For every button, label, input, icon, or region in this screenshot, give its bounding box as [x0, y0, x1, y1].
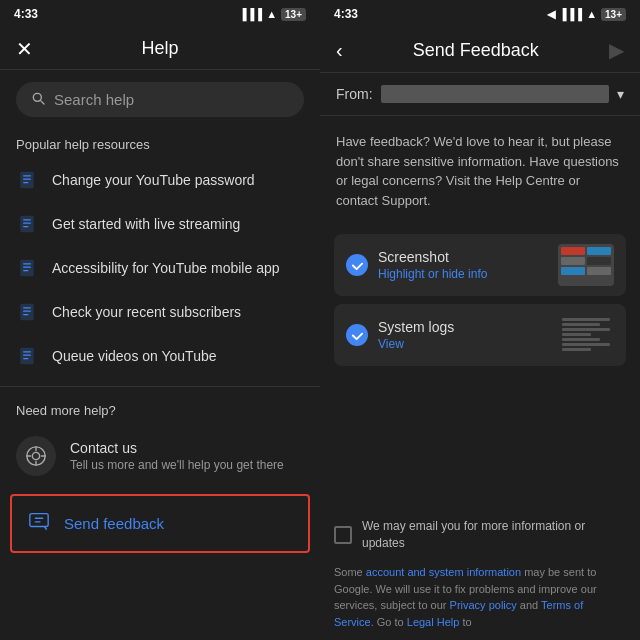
left-time: 4:33: [14, 7, 38, 21]
from-email-value: [381, 85, 609, 103]
help-item-accessibility[interactable]: Accessibility for YouTube mobile app: [0, 246, 320, 290]
feedback-text: Send feedback: [64, 515, 164, 532]
screenshot-thumbnail: [558, 244, 614, 286]
svg-rect-4: [20, 348, 33, 365]
attachments-area: Screenshot Highlight or hide info: [320, 226, 640, 506]
doc-icon-2: [16, 213, 38, 235]
right-cell-icon: ▐▐▐: [559, 8, 582, 20]
svg-rect-1: [20, 216, 33, 233]
syslog-check: [346, 324, 368, 346]
help-item-streaming[interactable]: Get started with live streaming: [0, 202, 320, 246]
right-location-icon: ◀: [547, 8, 555, 21]
back-button[interactable]: ‹: [336, 39, 343, 62]
account-info-link[interactable]: account and system information: [366, 566, 521, 578]
right-header-title: Send Feedback: [413, 40, 539, 61]
legal-text: Some account and system information may …: [320, 564, 640, 640]
svg-rect-2: [20, 260, 33, 277]
screenshot-title: Screenshot: [378, 249, 548, 265]
left-panel: 4:33 ▐▐▐ ▲ 13+ ✕ Help Search help Popula…: [0, 0, 320, 640]
help-item-text-2: Get started with live streaming: [52, 216, 240, 232]
popular-section-label: Popular help resources: [0, 129, 320, 158]
search-icon: [30, 90, 46, 109]
screenshot-check: [346, 254, 368, 276]
need-more-label: Need more help?: [0, 395, 320, 424]
from-row[interactable]: From: ▾: [320, 73, 640, 116]
email-text: We may email you for more information or…: [362, 518, 626, 552]
right-header: ‹ Send Feedback ▶: [320, 28, 640, 73]
contact-sub: Tell us more and we'll help you get ther…: [70, 458, 284, 472]
send-button[interactable]: ▶: [609, 38, 624, 62]
right-badge: 13+: [601, 8, 626, 21]
svg-rect-7: [30, 514, 48, 527]
email-checkbox[interactable]: [334, 526, 352, 544]
syslog-thumbnail: [558, 314, 614, 356]
feedback-description: Have feedback? We'd love to hear it, but…: [320, 116, 640, 226]
right-status-bar: 4:33 ◀ ▐▐▐ ▲ 13+: [320, 0, 640, 28]
from-label: From:: [336, 86, 373, 102]
divider-1: [0, 386, 320, 387]
feedback-icon: [28, 510, 50, 537]
email-row[interactable]: We may email you for more information or…: [334, 518, 626, 552]
help-item-queue[interactable]: Queue videos on YouTube: [0, 334, 320, 378]
left-status-icons: ▐▐▐ ▲ 13+: [239, 8, 306, 21]
help-item-password[interactable]: Change your YouTube password: [0, 158, 320, 202]
right-time: 4:33: [334, 7, 358, 21]
screenshot-card[interactable]: Screenshot Highlight or hide info: [334, 234, 626, 296]
doc-icon-4: [16, 301, 38, 323]
right-status-icons: ◀ ▐▐▐ ▲ 13+: [547, 8, 626, 21]
cell-signal-icon: ▐▐▐: [239, 8, 262, 20]
help-item-text-3: Accessibility for YouTube mobile app: [52, 260, 280, 276]
help-item-text-1: Change your YouTube password: [52, 172, 255, 188]
svg-rect-0: [20, 172, 33, 189]
contact-texts: Contact us Tell us more and we'll help y…: [70, 440, 284, 472]
doc-icon-5: [16, 345, 38, 367]
screenshot-info: Screenshot Highlight or hide info: [378, 249, 548, 281]
svg-point-6: [32, 452, 39, 459]
help-item-text-4: Check your recent subscribers: [52, 304, 241, 320]
left-header-title: Help: [141, 38, 178, 59]
right-wifi-icon: ▲: [586, 8, 597, 20]
left-status-bar: 4:33 ▐▐▐ ▲ 13+: [0, 0, 320, 28]
right-panel: 4:33 ◀ ▐▐▐ ▲ 13+ ‹ Send Feedback ▶ From:…: [320, 0, 640, 640]
privacy-policy-link[interactable]: Privacy policy: [450, 599, 517, 611]
left-badge: 13+: [281, 8, 306, 21]
search-placeholder: Search help: [54, 91, 134, 108]
syslog-sub[interactable]: View: [378, 337, 548, 351]
left-header: ✕ Help: [0, 28, 320, 70]
send-feedback-item[interactable]: Send feedback: [10, 494, 310, 553]
legal-help-link[interactable]: Legal Help: [407, 616, 460, 628]
doc-icon-3: [16, 257, 38, 279]
screenshot-sub[interactable]: Highlight or hide info: [378, 267, 548, 281]
help-item-text-5: Queue videos on YouTube: [52, 348, 217, 364]
doc-icon-1: [16, 169, 38, 191]
help-item-subscribers[interactable]: Check your recent subscribers: [0, 290, 320, 334]
systemlogs-card[interactable]: System logs View: [334, 304, 626, 366]
close-button[interactable]: ✕: [16, 37, 33, 61]
contact-us-item[interactable]: Contact us Tell us more and we'll help y…: [0, 424, 320, 488]
dropdown-icon[interactable]: ▾: [617, 86, 624, 102]
wifi-icon: ▲: [266, 8, 277, 20]
svg-rect-3: [20, 304, 33, 321]
search-bar[interactable]: Search help: [16, 82, 304, 117]
syslog-title: System logs: [378, 319, 548, 335]
contact-icon: [16, 436, 56, 476]
contact-title: Contact us: [70, 440, 284, 456]
syslog-info: System logs View: [378, 319, 548, 351]
